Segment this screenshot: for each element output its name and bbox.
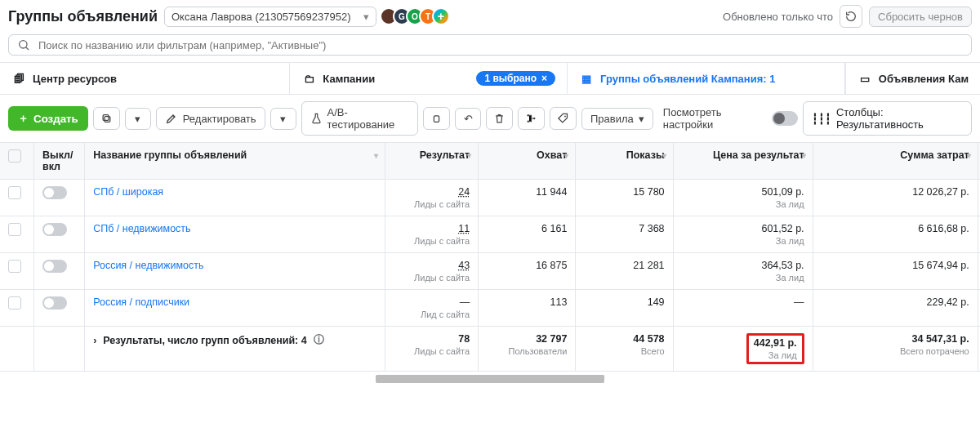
row-toggle[interactable] <box>42 186 67 199</box>
tab-label: Группы объявлений Кампания: 1 <box>600 73 775 85</box>
toggle[interactable] <box>772 111 798 126</box>
adset-name-link[interactable]: Россия / подписчики <box>93 296 189 308</box>
horizontal-scrollbar[interactable] <box>376 375 604 383</box>
add-avatar-icon[interactable]: + <box>432 7 450 25</box>
svg-rect-4 <box>434 116 439 122</box>
row-checkbox[interactable] <box>8 223 21 236</box>
highlighted-cpr: 442,91 р.За лид <box>746 333 804 364</box>
close-icon[interactable]: × <box>541 73 547 84</box>
col-spent[interactable]: Сумма затрат <box>813 143 978 180</box>
edit-button[interactable]: Редактировать <box>156 107 265 130</box>
duplicate-menu[interactable]: ▾ <box>125 108 151 130</box>
tag-button[interactable] <box>550 107 577 130</box>
chevron-down-icon: ▾ <box>639 113 644 125</box>
page-title: Группы объявлений <box>8 8 158 25</box>
tab-adsets[interactable]: ▦ Группы объявлений Кампания: 1 <box>568 63 845 94</box>
columns-button[interactable]: ┇┇┇ Столбцы: Результативность <box>803 101 972 136</box>
refresh-icon <box>844 10 858 23</box>
copy-icon <box>430 112 443 125</box>
tab-bar: 🗐 Центр ресурсов 🗀 Кампании 1 выбрано × … <box>0 62 980 95</box>
col-reach[interactable]: Охват <box>479 143 576 180</box>
svg-line-1 <box>26 47 29 50</box>
col-impressions[interactable]: Показы <box>576 143 673 180</box>
top-bar: Группы объявлений Оксана Лаврова (213057… <box>0 0 980 31</box>
tab-campaigns[interactable]: 🗀 Кампании 1 выбрано × <box>290 63 568 94</box>
chevron-down-icon: ▾ <box>363 11 369 23</box>
chevron-right-icon[interactable]: › <box>93 335 96 346</box>
row-toggle[interactable] <box>42 260 67 273</box>
row-toggle[interactable] <box>42 296 67 310</box>
row-checkbox[interactable] <box>8 260 21 273</box>
search-box[interactable] <box>8 34 972 56</box>
delete-button[interactable] <box>486 107 513 130</box>
row-checkbox[interactable] <box>8 186 21 199</box>
table-row: Россия / подписчики—Лид с сайта113149—22… <box>0 290 980 327</box>
col-result[interactable]: Результат <box>385 143 479 180</box>
pencil-icon <box>165 112 178 125</box>
col-name[interactable]: Название группы объявлений <box>85 143 385 180</box>
svg-point-8 <box>564 116 566 118</box>
search-input[interactable] <box>38 39 963 51</box>
tag-icon <box>557 112 569 125</box>
col-toggle: Выкл/вкл <box>33 143 84 180</box>
tree-icon <box>525 112 537 125</box>
svg-point-5 <box>528 114 529 116</box>
flask-icon <box>310 112 323 125</box>
toolbar: ＋Создать ▾ Редактировать ▾ A/B-тестирова… <box>0 95 980 143</box>
trash-icon <box>493 112 506 125</box>
account-select[interactable]: Оксана Лаврова (213057569237952) ▾ <box>164 7 376 27</box>
adset-name-link[interactable]: Россия / недвижимость <box>93 260 203 271</box>
refresh-button[interactable] <box>840 5 862 28</box>
duplicate-button[interactable] <box>93 107 120 130</box>
tree-button[interactable] <box>518 107 545 130</box>
svg-point-7 <box>533 118 535 119</box>
adset-name-link[interactable]: СПб / широкая <box>93 186 163 198</box>
resource-icon: 🗐 <box>11 71 26 86</box>
ad-icon: ▭ <box>858 71 872 86</box>
search-icon <box>17 38 30 51</box>
rules-button[interactable]: Правила ▾ <box>581 108 653 130</box>
col-cpr[interactable]: Цена за результат <box>673 143 813 180</box>
row-checkbox[interactable] <box>8 296 21 310</box>
svg-rect-3 <box>103 115 109 121</box>
tab-label: Кампании <box>323 73 375 85</box>
tab-label: Центр ресурсов <box>33 73 117 85</box>
tab-resources[interactable]: 🗐 Центр ресурсов <box>0 63 290 94</box>
undo-button[interactable]: ↶ <box>455 108 481 130</box>
selection-chip[interactable]: 1 выбрано × <box>476 71 555 86</box>
adset-table: Выкл/вкл Название группы объявлений Резу… <box>0 143 980 383</box>
account-label: Оксана Лаврова (213057569237952) <box>172 11 351 23</box>
svg-point-0 <box>20 41 27 48</box>
create-button[interactable]: ＋Создать <box>8 106 88 131</box>
edit-menu[interactable]: ▾ <box>270 108 296 130</box>
grid-icon: ▦ <box>579 71 594 86</box>
row-toggle[interactable] <box>42 223 67 236</box>
search-row <box>0 31 980 62</box>
totals-row: ›Результаты, число групп объявлений: 4ⓘ … <box>0 327 980 372</box>
table-row: СПб / широкая24Лиды с сайта11 94415 7805… <box>0 180 980 216</box>
tab-ads[interactable]: ▭ Объявления Кам <box>845 63 980 94</box>
tab-label: Объявления Кам <box>879 73 969 85</box>
ab-test-button[interactable]: A/B-тестирование <box>301 101 419 136</box>
table-row: Россия / недвижимость43Лиды с сайта16 87… <box>0 253 980 290</box>
updated-label: Обновлено только что <box>723 11 833 23</box>
table-row: СПб / недвижимость11Лиды с сайта6 1617 3… <box>0 216 980 253</box>
reset-draft-button[interactable]: Сбросить чернов <box>869 7 972 27</box>
plus-icon: ＋ <box>18 111 29 126</box>
folder-icon: 🗀 <box>301 71 316 86</box>
collaborator-avatars[interactable]: G О T + <box>385 7 450 25</box>
view-setup-toggle[interactable]: Посмотреть настройки <box>663 106 798 131</box>
svg-point-6 <box>528 120 529 122</box>
more-button[interactable] <box>423 107 450 130</box>
info-icon[interactable]: ⓘ <box>314 333 324 347</box>
svg-rect-2 <box>105 117 110 122</box>
columns-icon: ┇┇┇ <box>812 113 831 125</box>
copy-icon <box>100 112 113 125</box>
adset-name-link[interactable]: СПб / недвижимость <box>93 223 190 234</box>
select-all-checkbox[interactable] <box>8 149 21 163</box>
